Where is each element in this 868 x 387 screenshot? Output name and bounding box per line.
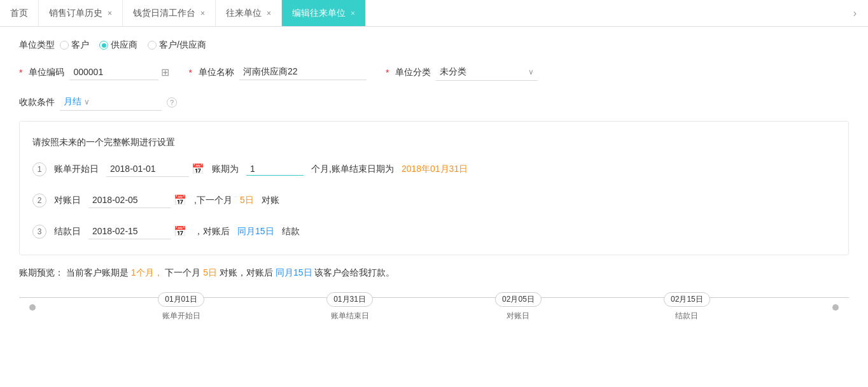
unit-type-group: 单位类型 客户 供应商 客户/供应商 bbox=[19, 39, 206, 51]
radio-customer[interactable]: 客户 bbox=[60, 39, 89, 51]
help-icon[interactable]: ? bbox=[167, 97, 177, 108]
timeline-label-4: 结款日 bbox=[675, 311, 698, 321]
tab-home-label: 首页 bbox=[10, 8, 28, 19]
step-2-row: 2 对账日 📅 ,下一个月 5日 对账 bbox=[32, 192, 836, 208]
unit-code-group: * 单位编码 ⊞ bbox=[19, 64, 169, 80]
chevron-down-icon: ∨ bbox=[528, 67, 534, 76]
step-3-calendar-icon[interactable]: 📅 bbox=[174, 225, 186, 237]
main-content: 单位类型 客户 供应商 客户/供应商 * 单位编码 bbox=[0, 27, 868, 387]
radio-both-circle bbox=[148, 41, 157, 50]
unit-category-group: * 单位分类 未分类 ∨ bbox=[386, 64, 538, 81]
timeline-wrapper: 01月01日 账单开始日 01月31日 账单结束日 02月05日 对账日 02月… bbox=[19, 292, 849, 321]
radio-supplier-circle bbox=[99, 41, 108, 50]
timeline-badge-3: 02月05日 bbox=[495, 292, 542, 307]
unit-name-star: * bbox=[188, 67, 192, 78]
step-1-suffix-before: 账期为 bbox=[212, 164, 239, 175]
tab-partner-label: 往来单位 bbox=[226, 8, 262, 19]
tab-partner-close[interactable]: × bbox=[267, 9, 271, 18]
tab-home[interactable]: 首页 bbox=[5, 0, 39, 26]
preview-highlight1: 1个月， bbox=[131, 267, 163, 278]
unit-name-label: 单位名称 bbox=[199, 67, 234, 78]
tab-sales-history[interactable]: 销售订单历史 × bbox=[39, 0, 123, 26]
radio-supplier[interactable]: 供应商 bbox=[99, 39, 137, 51]
radio-both[interactable]: 客户/供应商 bbox=[148, 39, 206, 51]
card-section: 请按照未来的一个完整帐期进行设置 1 账单开始日 📅 账期为 个月,账单结束日期… bbox=[19, 121, 849, 255]
tab-cashier-close[interactable]: × bbox=[200, 9, 205, 18]
unit-code-label: 单位编码 bbox=[29, 67, 64, 78]
radio-customer-label: 客户 bbox=[71, 39, 89, 51]
unit-category-select[interactable]: 未分类 ∨ bbox=[436, 64, 538, 81]
step-2-date-wrapper: 📅 bbox=[88, 192, 186, 208]
tab-edit-partner[interactable]: 编辑往来单位 × bbox=[282, 0, 366, 26]
tab-cashier[interactable]: 钱货日清工作台 × bbox=[123, 0, 216, 26]
radio-customer-circle bbox=[60, 41, 69, 50]
step-1-calendar-icon[interactable]: 📅 bbox=[192, 163, 204, 175]
step-3-row: 3 结款日 📅 ，对账后 同月15日 结款 bbox=[32, 223, 836, 239]
step-3-date-input[interactable] bbox=[88, 223, 171, 239]
preview-label: 账期预览： bbox=[19, 267, 64, 278]
payment-terms-select[interactable]: 月结 ∨ bbox=[60, 94, 162, 111]
timeline-point-2: 01月31日 账单结束日 bbox=[326, 292, 373, 321]
timeline-end-node bbox=[832, 304, 839, 311]
step-2-suffix2: 对账 bbox=[262, 195, 279, 206]
payment-terms-label: 收款条件 bbox=[19, 97, 55, 108]
payment-terms-chevron: ∨ bbox=[84, 97, 90, 106]
step-2-label: 对账日 bbox=[54, 195, 81, 206]
unit-code-copy-icon[interactable]: ⊞ bbox=[161, 66, 169, 78]
tab-bar: 首页 销售订单历史 × 钱货日清工作台 × 往来单位 × 编辑往来单位 × › bbox=[0, 0, 868, 27]
preview-text-2: 下一个月 bbox=[165, 267, 200, 278]
timeline-badge-1: 01月01日 bbox=[158, 292, 204, 307]
preview-text-1: 当前客户账期是 bbox=[66, 267, 129, 278]
timeline-point-4: 02月15日 结款日 bbox=[664, 292, 710, 321]
step-3-num: 3 bbox=[32, 225, 46, 239]
step-1-period-input[interactable] bbox=[246, 162, 304, 176]
unit-type-row: 单位类型 客户 供应商 客户/供应商 bbox=[19, 39, 849, 51]
step-2-date-input[interactable] bbox=[88, 192, 171, 208]
step-2-highlight: 5日 bbox=[240, 195, 254, 206]
unit-category-value: 未分类 bbox=[440, 66, 466, 78]
timeline-end-dot bbox=[832, 293, 839, 321]
step-3-suffix2: 结款 bbox=[282, 226, 300, 237]
payment-terms-value: 月结 bbox=[64, 96, 81, 108]
preview-highlight3: 同月15日 bbox=[276, 267, 312, 278]
radio-supplier-label: 供应商 bbox=[111, 39, 137, 51]
timeline-badge-4: 02月15日 bbox=[664, 292, 710, 307]
unit-category-star: * bbox=[386, 67, 389, 78]
step-2-num: 2 bbox=[32, 194, 46, 208]
timeline-start-dot bbox=[29, 293, 36, 321]
step-1-date-input[interactable] bbox=[106, 161, 189, 177]
unit-code-input[interactable] bbox=[69, 64, 158, 80]
tab-edit-partner-close[interactable]: × bbox=[351, 9, 355, 18]
step-2-suffix: ,下一个月 bbox=[194, 195, 232, 206]
unit-code-input-wrapper: ⊞ bbox=[69, 64, 169, 80]
unit-type-label: 单位类型 bbox=[19, 39, 55, 51]
preview-highlight2: 5日 bbox=[203, 267, 217, 278]
step-3-date-wrapper: 📅 bbox=[88, 223, 186, 239]
step-3-label: 结款日 bbox=[54, 226, 81, 237]
tab-sales-history-close[interactable]: × bbox=[108, 9, 112, 18]
preview-text-3: 对账，对账后 bbox=[220, 267, 273, 278]
unit-name-group: * 单位名称 bbox=[188, 64, 366, 80]
unit-category-label: 单位分类 bbox=[395, 67, 431, 78]
step-1-row: 1 账单开始日 📅 账期为 个月,账单结束日期为 2018年01月31日 bbox=[32, 161, 836, 177]
timeline-start-node bbox=[29, 304, 36, 311]
step-3-highlight: 同月15日 bbox=[237, 226, 274, 237]
radio-both-label: 客户/供应商 bbox=[159, 39, 206, 51]
payment-terms-group: 收款条件 月结 ∨ ? bbox=[19, 94, 177, 111]
tab-cashier-label: 钱货日清工作台 bbox=[133, 8, 195, 19]
step-1-highlight: 2018年01月31日 bbox=[402, 164, 468, 175]
payment-terms-row: 收款条件 月结 ∨ ? bbox=[19, 94, 849, 111]
step-1-date-wrapper: 📅 bbox=[106, 161, 204, 177]
radio-group: 客户 供应商 客户/供应商 bbox=[60, 39, 206, 51]
preview-section: 账期预览： 当前客户账期是 1个月， 下一个月 5日 对账，对账后 同月15日 … bbox=[19, 265, 849, 279]
step-2-calendar-icon[interactable]: 📅 bbox=[174, 194, 186, 206]
tab-partner[interactable]: 往来单位 × bbox=[216, 0, 282, 26]
tab-more-button[interactable]: › bbox=[847, 8, 863, 19]
timeline-label-2: 账单结束日 bbox=[331, 311, 369, 321]
unit-code-star: * bbox=[19, 67, 22, 78]
unit-name-input[interactable] bbox=[239, 64, 367, 80]
preview-text-4: 该客户会给我打款。 bbox=[314, 267, 395, 278]
tab-edit-partner-label: 编辑往来单位 bbox=[292, 8, 346, 19]
step-1-suffix-after: 个月,账单结束日期为 bbox=[311, 164, 394, 175]
timeline-point-3: 02月05日 对账日 bbox=[495, 292, 542, 321]
